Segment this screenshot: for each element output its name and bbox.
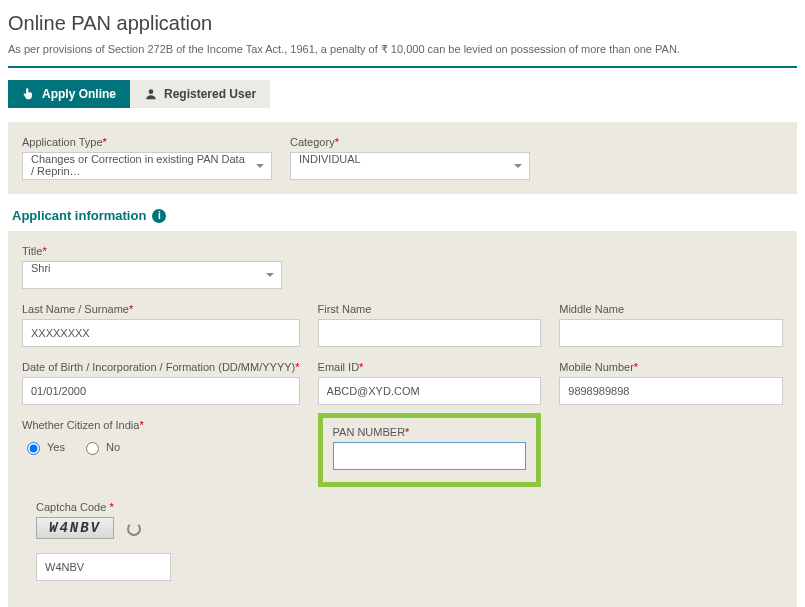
- section-applicant-info: Applicant information i: [12, 208, 797, 223]
- panel-application-type: Application Type* Changes or Correction …: [8, 122, 797, 194]
- divider: [8, 66, 797, 68]
- citizen-yes-radio[interactable]: [27, 442, 40, 455]
- title-value: Shri: [22, 261, 282, 289]
- dob-input[interactable]: [22, 377, 300, 405]
- svg-point-0: [149, 89, 154, 94]
- user-icon: [144, 87, 158, 101]
- tab-registered-user[interactable]: Registered User: [130, 80, 270, 108]
- citizen-no-label: No: [106, 441, 120, 453]
- pan-label: PAN NUMBER*: [333, 426, 527, 438]
- email-input[interactable]: [318, 377, 542, 405]
- category-value: INDIVIDUAL: [290, 152, 530, 180]
- tab-bar: Apply Online Registered User: [8, 80, 797, 108]
- tab-apply-label: Apply Online: [42, 87, 116, 101]
- penalty-notice: As per provisions of Section 272B of the…: [8, 43, 797, 56]
- last-name-label: Last Name / Surname*: [22, 303, 300, 315]
- panel-applicant: Title* Shri Last Name / Surname* First N…: [8, 231, 797, 607]
- tab-registered-label: Registered User: [164, 87, 256, 101]
- citizen-yes-option[interactable]: Yes: [22, 439, 65, 455]
- citizen-yes-label: Yes: [47, 441, 65, 453]
- mobile-label: Mobile Number*: [559, 361, 783, 373]
- dob-label: Date of Birth / Incorporation / Formatio…: [22, 361, 300, 373]
- page-title: Online PAN application: [8, 12, 797, 35]
- captcha-refresh-icon[interactable]: [127, 522, 141, 536]
- first-name-input[interactable]: [318, 319, 542, 347]
- app-type-label: Application Type*: [22, 136, 272, 148]
- middle-name-input[interactable]: [559, 319, 783, 347]
- citizen-no-option[interactable]: No: [81, 439, 120, 455]
- captcha-input[interactable]: [36, 553, 171, 581]
- last-name-input[interactable]: [22, 319, 300, 347]
- tab-apply-online[interactable]: Apply Online: [8, 80, 130, 108]
- hand-pointer-icon: [22, 87, 36, 101]
- email-label: Email ID*: [318, 361, 542, 373]
- mobile-input[interactable]: [559, 377, 783, 405]
- captcha-block: Captcha Code * W4NBV: [36, 501, 783, 581]
- captcha-image: W4NBV: [36, 517, 114, 539]
- pan-highlight-box: PAN NUMBER*: [318, 413, 542, 487]
- category-select[interactable]: INDIVIDUAL: [290, 152, 530, 180]
- captcha-label: Captcha Code *: [36, 501, 783, 513]
- citizen-no-radio[interactable]: [86, 442, 99, 455]
- title-select[interactable]: Shri: [22, 261, 282, 289]
- info-icon[interactable]: i: [152, 209, 166, 223]
- middle-name-label: Middle Name: [559, 303, 783, 315]
- category-label: Category*: [290, 136, 530, 148]
- app-type-select[interactable]: Changes or Correction in existing PAN Da…: [22, 152, 272, 180]
- pan-input[interactable]: [333, 442, 527, 470]
- title-label: Title*: [22, 245, 282, 257]
- app-type-value: Changes or Correction in existing PAN Da…: [22, 152, 272, 180]
- first-name-label: First Name: [318, 303, 542, 315]
- citizen-label: Whether Citizen of India*: [22, 419, 300, 431]
